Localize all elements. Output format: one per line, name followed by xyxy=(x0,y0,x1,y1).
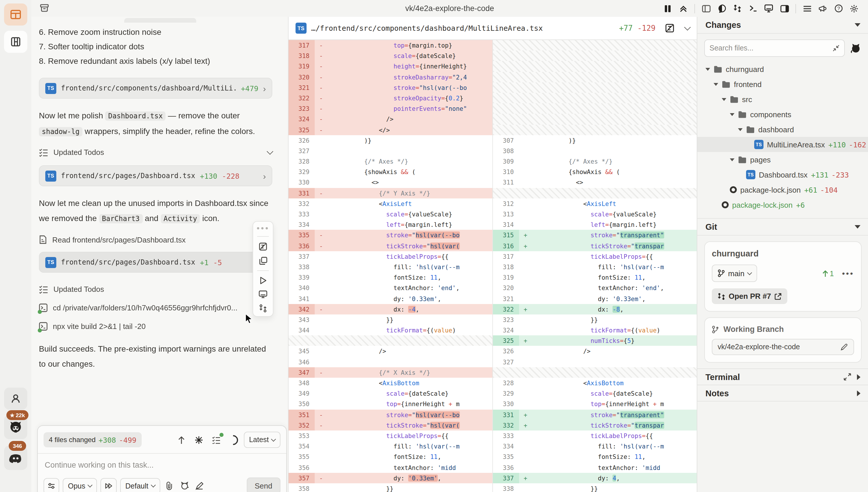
tree-caret-icon[interactable] xyxy=(738,128,743,131)
updated-todos-toggle[interactable]: Updated Todos xyxy=(39,148,272,157)
file-chip-dashboard-small[interactable]: TS frontend/src/pages/Dashboard.tsx +1 -… xyxy=(39,252,272,273)
tool-call-read-file[interactable]: Read frontend/src/pages/Dashboard.tsx xyxy=(39,235,272,244)
panel-left-icon[interactable] xyxy=(701,4,711,13)
todo-list-icon[interactable] xyxy=(211,434,222,446)
tree-caret-icon[interactable] xyxy=(730,158,734,161)
terminal-section-header[interactable]: Terminal xyxy=(697,368,868,385)
tree-item-frontend[interactable]: frontend xyxy=(697,77,868,92)
megaphone-icon[interactable] xyxy=(818,4,827,13)
diff-split-view: 317-top={margin.top}318-scale={dateScale… xyxy=(288,40,697,492)
pencil-edit-icon[interactable] xyxy=(840,343,848,351)
tree-item-components[interactable]: components xyxy=(697,107,868,122)
terminal-command-icon xyxy=(39,303,48,312)
diff-file-path: …/frontend/src/components/dashboard/Mult… xyxy=(311,24,614,32)
working-branch-card: Working Branch vk/4e2a-explore-the-code xyxy=(704,317,862,363)
drag-handle-dots[interactable]: ●●● xyxy=(257,225,270,231)
diff-line: 311<> xyxy=(493,177,697,188)
message-input[interactable]: Continue working on this task... xyxy=(45,461,279,469)
pause-icon[interactable] xyxy=(663,4,672,13)
composer-card: 4 files changed +308 -499 Latest Continu… xyxy=(37,425,287,492)
chevron-down-icon xyxy=(267,148,274,155)
archive-icon[interactable] xyxy=(40,3,49,13)
git-compare-icon[interactable] xyxy=(733,4,742,13)
git-compare-icon[interactable] xyxy=(259,304,267,313)
file-path: frontend/src/pages/Dashboard.tsx xyxy=(61,172,195,180)
tree-item-package-lock-json[interactable]: package-lock.json+6 xyxy=(697,197,868,212)
more-options-button[interactable]: ••• xyxy=(842,269,854,278)
chevron-down-icon xyxy=(271,437,276,442)
arrow-up-icon[interactable] xyxy=(176,434,188,446)
sparkle-burst-icon[interactable] xyxy=(193,434,205,446)
branch-dropdown[interactable]: main xyxy=(712,265,757,282)
diff-line: 322-strokeOpacity={0.2} xyxy=(288,93,492,103)
tree-caret-icon[interactable] xyxy=(713,83,718,85)
divider xyxy=(795,4,796,13)
tree-item-label: components xyxy=(750,110,791,119)
cat-filter-icon[interactable] xyxy=(850,43,862,54)
rail-account-button[interactable] xyxy=(4,388,27,410)
rail-tab-board[interactable] xyxy=(4,31,27,53)
updated-todos-toggle[interactable]: Updated Todos xyxy=(39,285,272,294)
files-changed-chip[interactable]: 4 files changed +308 -499 xyxy=(44,432,142,447)
diff-line: 323-pointerEvents="none" xyxy=(288,103,492,114)
mouse-cursor xyxy=(245,314,254,324)
model-dropdown[interactable]: Opus xyxy=(63,478,97,492)
tree-item-multilinearea-tsx[interactable]: TSMultiLineArea.tsx+110-162 xyxy=(697,137,868,152)
search-files-input[interactable]: Search files... xyxy=(704,40,845,57)
tree-caret-icon[interactable] xyxy=(705,68,710,71)
diff-line: 351-stroke="hsl(var(--bo xyxy=(288,409,492,420)
file-chip-dashboard[interactable]: TS frontend/src/pages/Dashboard.tsx +130… xyxy=(39,165,272,186)
tree-item-pages[interactable]: pages xyxy=(697,152,868,167)
pen-icon[interactable] xyxy=(194,480,205,492)
diff-line: 318-scale={dateScale} xyxy=(288,50,492,61)
tree-item-src[interactable]: src xyxy=(697,92,868,107)
panel-right-icon[interactable] xyxy=(780,4,789,13)
copy-icon[interactable] xyxy=(259,256,267,265)
settings-sliders-button[interactable] xyxy=(44,478,59,492)
mode-dropdown[interactable]: Default xyxy=(120,478,160,492)
diff-old-side: 317-top={margin.top}318-scale={dateScale… xyxy=(288,40,493,492)
play-icon[interactable] xyxy=(259,276,267,285)
monitor-icon[interactable] xyxy=(258,290,268,299)
rail-tab-tasks[interactable] xyxy=(4,3,27,26)
tool-call-terminal[interactable]: cd /private/var/folders/10/h7w0q46556ggr… xyxy=(39,303,272,312)
working-branch-input[interactable]: vk/4e2a-explore-the-code xyxy=(712,339,854,355)
latest-dropdown[interactable]: Latest xyxy=(244,432,280,448)
diff-edit-icon[interactable] xyxy=(665,23,675,33)
tree-item-package-lock-json[interactable]: package-lock.json+61-104 xyxy=(697,182,868,197)
paperclip-icon[interactable] xyxy=(163,480,175,492)
collapse-icon[interactable] xyxy=(832,45,840,52)
tree-caret-icon[interactable] xyxy=(722,98,726,101)
ts-file-icon: TS xyxy=(45,83,56,94)
additions-count: +1 xyxy=(200,258,208,267)
collapse-all-icon[interactable] xyxy=(679,4,688,13)
board-icon xyxy=(10,36,22,48)
discord-count-badge: 346 xyxy=(9,441,26,451)
tree-caret-icon[interactable] xyxy=(730,113,734,116)
notes-section-header[interactable]: Notes xyxy=(697,385,868,401)
help-icon[interactable]: ? xyxy=(834,4,843,13)
chevron-down-icon[interactable] xyxy=(684,24,691,31)
open-pr-button[interactable]: Open PR #7 xyxy=(712,288,787,304)
file-chip-multilinearea[interactable]: TS frontend/src/components/dashboard/Mul… xyxy=(39,78,272,99)
monitor-icon[interactable] xyxy=(764,4,773,13)
settings-gear-icon[interactable] xyxy=(849,4,859,13)
layout-icon xyxy=(9,8,22,21)
menu-icon[interactable] xyxy=(802,4,812,13)
chat-bubble-icon[interactable] xyxy=(717,4,726,13)
git-section-header[interactable]: Git xyxy=(697,218,868,236)
tree-item-dashboard-tsx[interactable]: TSDashboard.tsx+131-233 xyxy=(697,167,868,182)
terminal-icon[interactable] xyxy=(748,4,758,13)
diff-line: 339fontSize: 11, xyxy=(288,272,492,282)
tree-item-dashboard[interactable]: dashboard xyxy=(697,122,868,137)
skip-forward-button[interactable] xyxy=(100,478,117,492)
diff-stats: +131-233 xyxy=(811,170,849,179)
cat-icon[interactable] xyxy=(179,480,190,492)
diff-gap-row xyxy=(493,114,697,124)
expand-icon[interactable] xyxy=(844,373,851,380)
changes-section-header[interactable]: Changes xyxy=(697,17,868,34)
send-button[interactable]: Send xyxy=(247,477,280,492)
diff-edit-icon[interactable] xyxy=(258,242,268,251)
tool-call-terminal[interactable]: npx vite build 2>&1 | tail -20 xyxy=(39,322,272,331)
tree-item-churnguard[interactable]: churnguard xyxy=(697,62,868,77)
